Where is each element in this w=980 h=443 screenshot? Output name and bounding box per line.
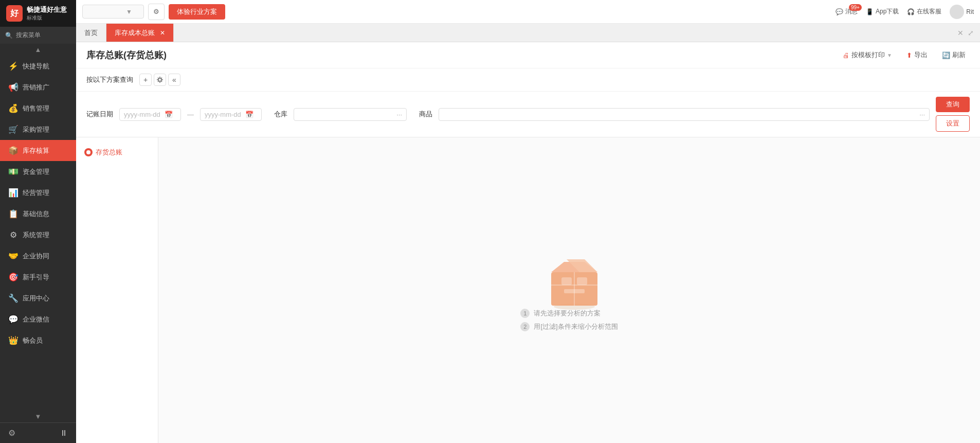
product-select[interactable]: ··· <box>439 108 930 121</box>
sidebar-item-label: 采购管理 <box>23 125 49 134</box>
sidebar-item-marketing[interactable]: 📢 营销推广 <box>0 77 76 98</box>
message-icon: 💬 <box>836 8 843 15</box>
svg-rect-7 <box>577 277 587 285</box>
date-end-placeholder: yyyy-mm-dd <box>205 111 241 118</box>
tab-close-panel-btn[interactable]: ✕ <box>957 29 964 37</box>
sidebar-item-operations[interactable]: 📊 经营管理 <box>0 182 76 203</box>
svg-rect-6 <box>561 277 572 285</box>
product-label: 商品 <box>419 110 432 119</box>
sidebar-item-label: 畅会员 <box>23 336 43 345</box>
filter-label: 按以下方案查询 <box>86 75 133 84</box>
sidebar-item-label: 应用中心 <box>23 294 49 303</box>
sidebar-item-member[interactable]: 👑 畅会员 <box>0 330 76 351</box>
main-data-area: 1 请先选择要分析的方案 2 用[过滤]条件来缩小分析范围 <box>158 137 980 443</box>
query-btn[interactable]: 查询 <box>936 97 970 112</box>
edition-label: 标准版 <box>27 14 67 21</box>
tab-close-btn[interactable]: ✕ <box>160 29 165 37</box>
sidebar-footer: ⚙ ⏸ <box>0 422 76 443</box>
finance-icon: 💵 <box>8 167 19 176</box>
tabs-bar: 首页 库存成本总账 ✕ ✕ ⤢ <box>76 24 980 42</box>
dropdown-icon: ▼ <box>126 8 132 15</box>
refresh-btn[interactable]: 🔄 刷新 <box>938 48 970 62</box>
sidebar-item-app-center[interactable]: 🔧 应用中心 <box>0 288 76 309</box>
user-profile[interactable]: Rit <box>950 5 974 19</box>
product-more-icon: ··· <box>919 111 925 118</box>
refresh-icon: 🔄 <box>942 51 950 59</box>
query-actions: 查询 设置 <box>936 97 970 132</box>
messages-btn[interactable]: 💬 消息 99+ <box>836 7 858 16</box>
empty-text-list: 1 请先选择要分析的方案 2 用[过滤]条件来缩小分析范围 <box>520 309 618 331</box>
sidebar-item-label: 企业协同 <box>23 252 49 261</box>
marketing-icon: 📢 <box>8 82 19 92</box>
step-2-num: 2 <box>520 322 530 331</box>
print-template-btn[interactable]: 🖨 按模板打印 ▼ <box>839 48 896 62</box>
settings-icon[interactable]: ⚙ <box>8 428 15 438</box>
dropdown-chevron-icon: ▼ <box>887 52 892 58</box>
user-name: Rit <box>966 8 974 15</box>
company-selector[interactable]: ▼ <box>82 5 144 19</box>
basic-info-icon: 📋 <box>8 209 19 219</box>
tab-home[interactable]: 首页 <box>76 24 106 42</box>
step-1-num: 1 <box>520 309 530 318</box>
print-template-label: 按模板打印 <box>851 50 885 60</box>
calendar-icon: 📅 <box>165 111 173 118</box>
industry-btn[interactable]: 体验行业方案 <box>169 4 225 20</box>
settings-btn[interactable]: 设置 <box>936 115 970 132</box>
filter-add-btn[interactable]: + <box>139 74 152 86</box>
warehouse-select[interactable]: ··· <box>294 108 407 121</box>
tab-home-label: 首页 <box>84 28 98 38</box>
sidebar-item-inventory[interactable]: 📦 库存核算 <box>0 140 76 161</box>
company-name <box>87 7 124 16</box>
header-right: 💬 消息 99+ 📱 App下载 🎧 在线客服 Rit <box>836 5 974 19</box>
sidebar-item-enterprise-wx[interactable]: 💬 企业微信 <box>0 309 76 330</box>
page-actions: 🖨 按模板打印 ▼ ⬆ 导出 🔄 刷新 <box>839 48 970 62</box>
export-btn[interactable]: ⬆ 导出 <box>902 48 932 62</box>
search-icon: 🔍 <box>5 32 13 39</box>
scheme-panel: 存货总账 <box>76 137 158 443</box>
filter-settings-btn[interactable] <box>154 74 166 86</box>
inventory-icon: 📦 <box>8 146 19 155</box>
system-icon: ⚙ <box>8 230 19 240</box>
search-menu[interactable]: 🔍 搜索菜单 <box>0 27 76 44</box>
sidebar-item-new-guide[interactable]: 🎯 新手引导 <box>0 267 76 288</box>
filter-inputs-row: 记账日期 yyyy-mm-dd 📅 — yyyy-mm-dd 📅 仓库 ··· … <box>76 92 980 137</box>
page-title: 库存总账(存货总账) <box>86 49 167 61</box>
sidebar-item-finance[interactable]: 💵 资金管理 <box>0 161 76 182</box>
tab-inventory-ledger[interactable]: 库存成本总账 ✕ <box>106 24 174 42</box>
collapse-icon[interactable]: ⏸ <box>60 429 68 438</box>
sidebar-item-label: 经营管理 <box>23 188 49 198</box>
sidebar-item-purchase[interactable]: 🛒 采购管理 <box>0 119 76 140</box>
empty-tip-2-text: 用[过滤]条件来缩小分析范围 <box>534 322 618 331</box>
scheme-dot-icon <box>84 148 93 156</box>
new-guide-icon: 🎯 <box>8 272 19 282</box>
app-download-btn[interactable]: 📱 App下载 <box>866 7 899 16</box>
search-label: 搜索菜单 <box>16 31 41 40</box>
date-end-input[interactable]: yyyy-mm-dd 📅 <box>200 108 262 121</box>
tab-resize-btn[interactable]: ⤢ <box>968 29 974 37</box>
filter-collapse-btn[interactable]: « <box>168 74 180 86</box>
logo-icon: 好 <box>6 5 23 22</box>
sidebar-item-label: 快捷导航 <box>23 62 49 71</box>
app-center-icon: 🔧 <box>8 293 19 303</box>
sidebar-item-sales[interactable]: 💰 销售管理 <box>0 98 76 119</box>
sidebar-item-system[interactable]: ⚙ 系统管理 <box>0 224 76 245</box>
scroll-down-btn[interactable]: ▼ <box>0 411 76 422</box>
svg-point-0 <box>158 78 161 81</box>
warehouse-more-icon: ··· <box>396 111 402 118</box>
sidebar-item-cooperation[interactable]: 🤝 企业协同 <box>0 245 76 267</box>
sidebar-item-quick-nav[interactable]: ⚡ 快捷导航 <box>0 56 76 77</box>
sidebar-item-label: 销售管理 <box>23 104 49 113</box>
header-settings-btn[interactable]: ⚙ <box>148 4 165 20</box>
scheme-item-inventory[interactable]: 存货总账 <box>81 144 153 161</box>
date-start-input[interactable]: yyyy-mm-dd 📅 <box>119 108 181 121</box>
sidebar-item-label: 企业微信 <box>23 315 49 324</box>
filter-add-btns: + « <box>139 74 180 86</box>
sales-icon: 💰 <box>8 103 19 113</box>
member-icon: 👑 <box>8 335 19 345</box>
page-header: 库存总账(存货总账) 🖨 按模板打印 ▼ ⬆ 导出 🔄 刷新 <box>76 42 980 68</box>
scroll-up-btn[interactable]: ▲ <box>0 44 76 56</box>
online-service-btn[interactable]: 🎧 在线客服 <box>907 7 941 16</box>
date-start-placeholder: yyyy-mm-dd <box>124 111 160 118</box>
brand-name: 畅捷通好生意 <box>27 6 67 14</box>
sidebar-item-basic-info[interactable]: 📋 基础信息 <box>0 203 76 224</box>
